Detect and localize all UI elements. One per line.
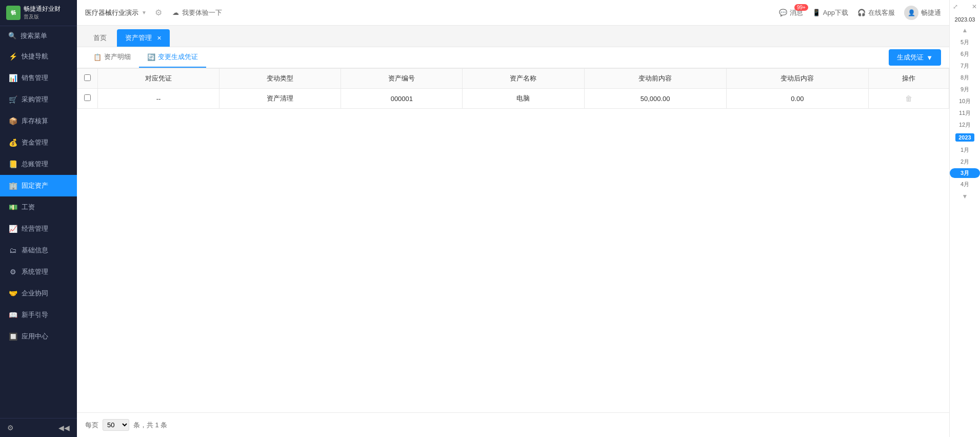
month-6[interactable]: 6月 <box>950 49 980 59</box>
company-arrow-icon: ▼ <box>142 10 147 15</box>
header-change-type: 变动类型 <box>219 69 341 89</box>
content-area: 📋 资产明细 🔄 变更生成凭证 生成凭证 ▼ <box>77 47 949 437</box>
user-profile[interactable]: 👤 畅捷通 <box>904 6 941 20</box>
year-2023-label: 2023 <box>955 133 974 142</box>
sidebar-nav: ⚡ 快捷导航 📊 销售管理 🛒 采购管理 📦 库存核算 💰 资金管理 📒 总账管… <box>0 46 77 418</box>
base-info-icon: 🗂 <box>8 246 17 254</box>
data-table: 对应凭证 变动类型 资产编号 资产名称 变动前内容 <box>77 68 949 109</box>
sub-tabs: 📋 资产明细 🔄 变更生成凭证 生成凭证 ▼ <box>77 47 949 68</box>
experience-button[interactable]: ☁ 我要体验一下 <box>172 8 222 17</box>
sidebar-bottom: ⚙ ◀◀ <box>0 418 77 437</box>
tab-home[interactable]: 首页 <box>85 29 115 47</box>
table-header-row: 对应凭证 变动类型 资产编号 资产名称 变动前内容 <box>77 69 949 89</box>
change-voucher-icon: 🔄 <box>147 53 155 61</box>
header-asset-name: 资产名称 <box>463 69 584 89</box>
message-button[interactable]: 💬 消息 99+ <box>779 8 803 17</box>
sidebar-item-fixed-assets[interactable]: 🏢 固定资产 <box>0 175 77 196</box>
month-2023-1[interactable]: 1月 <box>950 145 980 155</box>
right-panel-header: 2023.03 <box>955 16 975 23</box>
sub-tab-asset-detail[interactable]: 📋 资产明细 <box>85 47 139 68</box>
sidebar: 畅 畅捷通好业财 普及版 🔍 搜索菜单 ⚡ 快捷导航 📊 销售管理 🛒 采购管理… <box>0 0 77 437</box>
per-page-select[interactable]: 50 10 20 100 <box>103 419 129 431</box>
sidebar-logo: 畅 畅捷通好业财 普及版 <box>0 0 77 26</box>
funds-icon: 💰 <box>8 138 17 147</box>
delete-icon[interactable]: 🗑 <box>905 94 912 103</box>
sidebar-item-quick-nav[interactable]: ⚡ 快捷导航 <box>0 46 77 67</box>
experience-icon: ☁ <box>172 9 179 16</box>
scroll-up-icon[interactable]: ▲ <box>962 25 968 36</box>
month-9[interactable]: 9月 <box>950 84 980 95</box>
right-panel: ✕ ⤢ 2023.03 ▲ 5月 6月 7月 8月 9月 10月 11月 12月… <box>949 0 980 437</box>
tab-close-icon[interactable]: ✕ <box>157 35 162 41</box>
month-10[interactable]: 10月 <box>950 96 980 107</box>
sidebar-item-base-info[interactable]: 🗂 基础信息 <box>0 240 77 261</box>
pagination: 每页 50 10 20 100 条，共 1 条 <box>77 412 949 437</box>
asset-detail-icon: 📋 <box>93 53 102 61</box>
right-panel-close-icon[interactable]: ✕ <box>972 3 977 10</box>
month-list: ▲ 5月 6月 7月 8月 9月 10月 11月 12月 2023 1月 2月 … <box>950 25 980 435</box>
row-after: 0.00 <box>726 89 868 109</box>
header-after: 变动后内容 <box>726 69 868 89</box>
company-name: 医疗器械行业演示 <box>85 8 138 17</box>
quick-nav-icon: ⚡ <box>8 52 17 61</box>
sidebar-item-purchase[interactable]: 🛒 采购管理 <box>0 89 77 110</box>
header-action: 操作 <box>868 69 949 89</box>
tab-asset-management[interactable]: 资产管理 ✕ <box>117 29 170 47</box>
month-5[interactable]: 5月 <box>950 37 980 48</box>
row-change-type: 资产清理 <box>219 89 341 109</box>
guide-icon: 📖 <box>8 311 17 319</box>
sidebar-item-enterprise[interactable]: 🤝 企业协同 <box>0 283 77 304</box>
sidebar-item-inventory[interactable]: 📦 库存核算 <box>0 110 77 132</box>
right-panel-expand-icon[interactable]: ⤢ <box>953 3 958 10</box>
sidebar-item-salary[interactable]: 💵 工资 <box>0 196 77 218</box>
sidebar-item-guide[interactable]: 📖 新手引导 <box>0 304 77 326</box>
month-2023-2[interactable]: 2月 <box>950 156 980 167</box>
sidebar-item-sales[interactable]: 📊 销售管理 <box>0 67 77 89</box>
avatar: 👤 <box>904 6 918 20</box>
select-all-checkbox[interactable] <box>84 74 91 81</box>
company-selector[interactable]: 医疗器械行业演示 ▼ <box>85 8 147 17</box>
topbar-right: 💬 消息 99+ 📱 App下载 🎧 在线客服 👤 畅捷通 <box>779 6 941 20</box>
sidebar-item-funds[interactable]: 💰 资金管理 <box>0 132 77 153</box>
logo-text: 畅捷通好业财 普及版 <box>24 5 61 21</box>
row-before: 50,000.00 <box>584 89 726 109</box>
month-2023-4[interactable]: 4月 <box>950 179 980 190</box>
app-download-button[interactable]: 📱 App下载 <box>812 8 848 17</box>
search-icon: 🔍 <box>8 32 16 39</box>
header-asset-code: 资产编号 <box>341 69 463 89</box>
month-12[interactable]: 12月 <box>950 120 980 130</box>
topbar-settings-icon[interactable]: ⚙ <box>155 8 162 17</box>
generate-btn-arrow-icon: ▼ <box>926 54 933 62</box>
row-checkbox-cell <box>77 89 98 109</box>
settings-bottom-icon[interactable]: ⚙ <box>7 424 14 432</box>
fixed-assets-icon: 🏢 <box>8 182 17 190</box>
generate-voucher-button[interactable]: 生成凭证 ▼ <box>889 49 941 66</box>
month-7[interactable]: 7月 <box>950 61 980 71</box>
month-2023-3[interactable]: 3月 <box>950 168 980 178</box>
month-11[interactable]: 11月 <box>950 108 980 118</box>
message-icon: 💬 <box>779 9 787 16</box>
scroll-down-icon[interactable]: ▼ <box>962 191 968 202</box>
sidebar-item-operations[interactable]: 📈 经营管理 <box>0 218 77 240</box>
header-voucher: 对应凭证 <box>98 69 219 89</box>
sidebar-item-system[interactable]: ⚙ 系统管理 <box>0 261 77 283</box>
app-download-icon: 📱 <box>812 9 821 16</box>
sidebar-item-app-center[interactable]: 🔲 应用中心 <box>0 326 77 347</box>
row-checkbox[interactable] <box>84 94 91 101</box>
enterprise-icon: 🤝 <box>8 289 17 297</box>
system-icon: ⚙ <box>8 268 17 276</box>
header-checkbox-cell <box>77 69 98 89</box>
sidebar-item-ledger[interactable]: 📒 总账管理 <box>0 153 77 175</box>
row-action: 🗑 <box>868 89 949 109</box>
app-center-icon: 🔲 <box>8 332 17 341</box>
row-asset-code: 000001 <box>341 89 463 109</box>
operations-icon: 📈 <box>8 225 17 233</box>
logo-icon: 畅 <box>6 6 21 20</box>
sales-icon: 📊 <box>8 74 17 82</box>
collapse-icon[interactable]: ◀◀ <box>58 424 70 432</box>
online-service-button[interactable]: 🎧 在线客服 <box>857 8 895 17</box>
sidebar-search[interactable]: 🔍 搜索菜单 <box>0 26 77 46</box>
month-8[interactable]: 8月 <box>950 72 980 83</box>
row-asset-name: 电脑 <box>463 89 584 109</box>
sub-tab-change-voucher[interactable]: 🔄 变更生成凭证 <box>139 47 206 68</box>
